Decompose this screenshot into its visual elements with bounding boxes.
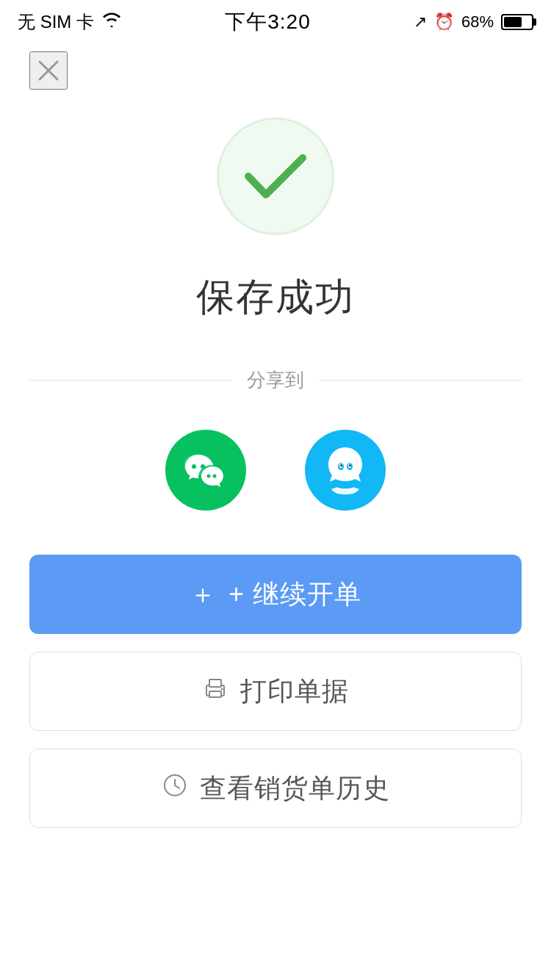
qq-share-button[interactable] [305, 430, 386, 511]
history-icon [162, 772, 188, 805]
divider-line-right [319, 380, 522, 381]
divider-line-left [29, 380, 232, 381]
wechat-share-button[interactable] [165, 430, 246, 511]
location-icon: ↗ [414, 12, 427, 32]
share-label: 分享到 [247, 367, 304, 393]
battery-text: 68% [461, 12, 494, 32]
svg-point-6 [213, 475, 217, 478]
success-circle [217, 118, 334, 235]
status-right: ↗ ⏰ 68% [414, 12, 533, 32]
svg-point-4 [201, 464, 205, 469]
printer-icon [202, 675, 228, 708]
no-sim-text: 无 SIM 卡 [18, 10, 94, 34]
share-icons [29, 430, 522, 511]
wechat-icon [182, 450, 229, 490]
success-title: 保存成功 [196, 272, 355, 323]
share-divider: 分享到 [29, 367, 522, 393]
svg-point-11 [340, 464, 342, 466]
share-section: 分享到 [0, 367, 551, 511]
svg-point-3 [192, 464, 196, 469]
checkmark-icon [242, 151, 309, 202]
history-label: 查看销货单历史 [200, 771, 390, 807]
close-icon [35, 57, 62, 84]
history-button[interactable]: 查看销货单历史 [29, 749, 522, 828]
battery-icon [501, 14, 533, 30]
status-time: 下午3:20 [225, 8, 311, 36]
main-content: 保存成功 分享到 [0, 44, 551, 828]
qq-icon [322, 444, 369, 496]
svg-point-12 [349, 464, 351, 466]
svg-rect-15 [209, 691, 221, 697]
alarm-icon: ⏰ [434, 12, 454, 32]
print-button[interactable]: 打印单据 [29, 652, 522, 731]
continue-button[interactable]: ＋ + 继续开单 [29, 555, 522, 634]
action-buttons: ＋ + 继续开单 打印单据 查看销货单历史 [0, 555, 551, 828]
svg-rect-14 [209, 680, 221, 687]
close-button[interactable] [29, 51, 68, 90]
wifi-icon [101, 12, 122, 32]
status-bar: 无 SIM 卡 下午3:20 ↗ ⏰ 68% [0, 0, 551, 44]
continue-label: + 继续开单 [228, 577, 361, 613]
svg-point-5 [207, 475, 211, 478]
print-label: 打印单据 [240, 674, 349, 710]
status-left: 无 SIM 卡 [18, 10, 122, 34]
plus-icon: ＋ [190, 577, 217, 613]
svg-point-16 [221, 688, 223, 690]
